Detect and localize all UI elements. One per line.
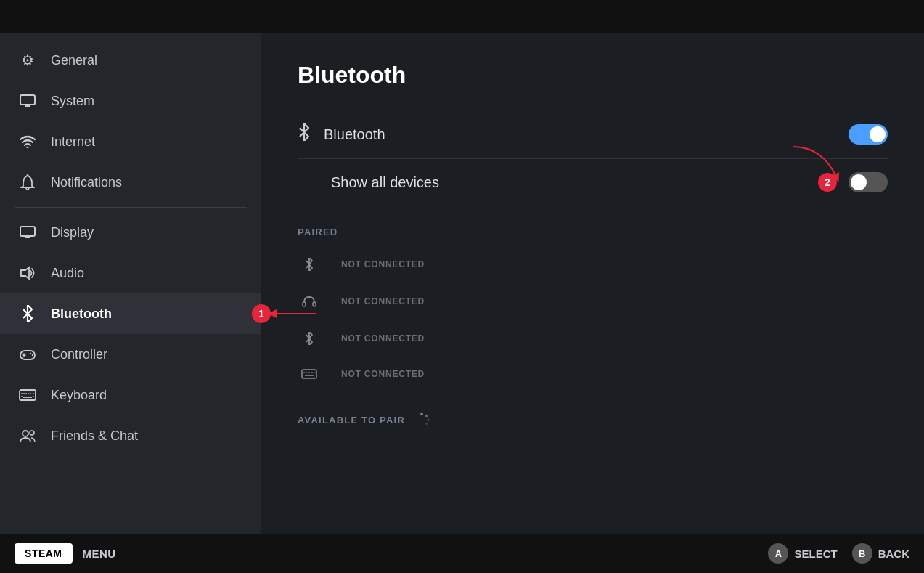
friends-icon — [17, 426, 38, 446]
sidebar-item-internet[interactable]: Internet — [0, 121, 261, 162]
sidebar-label-keyboard: Keyboard — [51, 388, 107, 403]
sidebar-label-display: Display — [51, 225, 94, 240]
sidebar-item-notifications[interactable]: Notifications — [0, 162, 261, 203]
paired-device-row[interactable]: NOT CONNECTED — [298, 320, 888, 357]
svg-point-39 — [425, 423, 428, 425]
annotation-arrow-2 — [786, 143, 844, 183]
sidebar-label-controller: Controller — [51, 347, 107, 362]
paired-device-row[interactable]: NOT CONNECTED — [298, 283, 888, 320]
svg-rect-29 — [302, 370, 316, 378]
show-all-devices-label: Show all devices — [298, 174, 849, 191]
sidebar-label-system: System — [51, 94, 94, 109]
audio-icon — [17, 263, 38, 283]
sidebar-item-bluetooth[interactable]: Bluetooth 1 — [0, 293, 261, 334]
paired-device-row[interactable]: NOT CONNECTED — [298, 357, 888, 391]
sidebar-divider — [15, 207, 247, 208]
available-section-header: AVAILABLE TO PAIR — [298, 412, 888, 428]
internet-icon — [17, 131, 38, 152]
bluetooth-sidebar-icon — [17, 304, 38, 324]
controller-icon — [17, 344, 38, 365]
sidebar-item-audio[interactable]: Audio — [0, 253, 261, 293]
gear-icon: ⚙ — [17, 50, 38, 70]
device-status-3: NOT CONNECTED — [341, 333, 425, 344]
available-label: AVAILABLE TO PAIR — [298, 415, 405, 426]
svg-point-13 — [30, 353, 31, 354]
loading-spinner — [414, 412, 430, 428]
svg-rect-15 — [20, 390, 36, 400]
sidebar: ⚙ General System Internet — [0, 33, 261, 534]
page-title: Bluetooth — [298, 62, 888, 89]
sidebar-item-display[interactable]: Display — [0, 212, 261, 253]
menu-label: MENU — [83, 548, 116, 560]
svg-point-14 — [32, 354, 33, 356]
device-bluetooth-icon-3 — [298, 332, 321, 345]
back-badge: B — [852, 543, 872, 564]
sidebar-item-keyboard[interactable]: Keyboard — [0, 375, 261, 415]
select-label: SELECT — [794, 548, 837, 560]
annotation-arrow-1 — [269, 306, 319, 321]
sidebar-label-general: General — [51, 53, 97, 68]
device-status-2: NOT CONNECTED — [341, 296, 425, 306]
svg-rect-5 — [20, 227, 35, 236]
sidebar-label-notifications: Notifications — [51, 175, 122, 190]
device-status-1: NOT CONNECTED — [341, 259, 425, 269]
bluetooth-row-icon — [298, 123, 324, 145]
svg-point-37 — [425, 415, 428, 418]
paired-device-row[interactable]: NOT CONNECTED — [298, 246, 888, 283]
svg-rect-0 — [20, 95, 35, 105]
device-bluetooth-icon-1 — [298, 258, 321, 271]
sidebar-label-audio: Audio — [51, 266, 84, 281]
sidebar-label-internet: Internet — [51, 134, 95, 150]
keyboard-icon — [17, 385, 38, 405]
bluetooth-toggle[interactable] — [849, 124, 888, 145]
bluetooth-row-label: Bluetooth — [324, 126, 849, 143]
steam-button[interactable]: STEAM — [15, 543, 73, 564]
select-badge: A — [768, 543, 788, 564]
bluetooth-toggle-knob — [870, 126, 886, 142]
sidebar-item-controller[interactable]: Controller — [0, 334, 261, 375]
svg-point-36 — [420, 413, 423, 415]
back-label: BACK — [878, 548, 909, 560]
svg-point-25 — [23, 431, 28, 436]
top-bar — [0, 0, 924, 33]
sidebar-label-friends-chat: Friends & Chat — [51, 428, 138, 444]
notifications-icon — [17, 172, 38, 192]
svg-point-4 — [27, 174, 29, 176]
device-status-4: NOT CONNECTED — [341, 369, 425, 379]
device-keyboard-icon — [298, 369, 321, 379]
select-action: A SELECT — [768, 543, 837, 564]
sidebar-label-bluetooth: Bluetooth — [51, 306, 112, 322]
sidebar-item-friends-chat[interactable]: Friends & Chat — [0, 415, 261, 456]
bottom-actions: A SELECT B BACK — [768, 543, 909, 564]
system-icon — [17, 91, 38, 111]
show-all-devices-toggle[interactable]: 2 — [849, 172, 888, 192]
sidebar-item-general[interactable]: ⚙ General — [0, 40, 261, 81]
show-all-devices-knob — [851, 174, 867, 190]
display-icon — [17, 222, 38, 243]
sidebar-item-system[interactable]: System — [0, 81, 261, 121]
svg-point-26 — [30, 431, 34, 435]
paired-section-header: PAIRED — [298, 227, 888, 237]
svg-point-38 — [427, 418, 429, 420]
svg-point-3 — [27, 147, 29, 149]
show-all-devices-row: Show all devices 2 — [298, 159, 888, 206]
main-content: ⚙ General System Internet — [0, 33, 924, 534]
svg-marker-8 — [21, 267, 29, 279]
back-action: B BACK — [852, 543, 909, 564]
bottom-bar: STEAM MENU A SELECT B BACK — [0, 534, 924, 573]
svg-point-40 — [421, 425, 422, 426]
settings-panel: Bluetooth Bluetooth Show all devices 2 — [261, 33, 924, 534]
